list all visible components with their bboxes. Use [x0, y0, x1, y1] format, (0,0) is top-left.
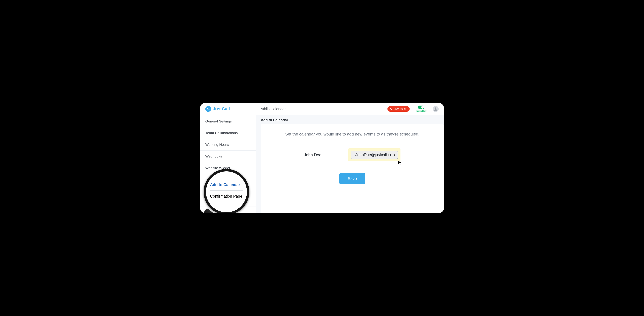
sidebar-item-website-widget[interactable]: Website Widget [200, 162, 256, 174]
sidebar-spacer [200, 174, 256, 183]
save-button[interactable]: Save [339, 173, 366, 184]
sidebar-item-confirmation-page[interactable]: Confirmation Page [200, 195, 256, 207]
sidebar-item-team-collaborations[interactable]: Team Collaborations [200, 127, 256, 139]
card-description: Set the calendar you would like to add n… [271, 132, 434, 136]
brand-icon [205, 106, 211, 112]
avatar[interactable] [432, 106, 439, 112]
page-title: Public Calendar [260, 107, 384, 111]
app-window: JustCall Public Calendar Open Dialer Ava… [200, 103, 444, 213]
calendar-select[interactable]: JohnDoe@justcall.io [351, 151, 398, 159]
status-column: Available [416, 106, 426, 112]
calendar-select-value: JohnDoe@justcall.io [355, 152, 391, 157]
brand: JustCall [205, 106, 256, 112]
section-title: Add to Calendar [256, 115, 444, 124]
user-name-label: John Doe [304, 152, 322, 157]
header-right: Open Dialer Available [388, 106, 439, 112]
stepper-icon: ▲▼ [394, 154, 396, 156]
sidebar-item-webhooks[interactable]: Webhooks [200, 150, 256, 162]
status-badge: Available [416, 110, 426, 112]
open-dialer-button[interactable]: Open Dialer [388, 106, 410, 112]
body: General Settings Team Collaborations Wor… [200, 115, 444, 213]
svg-point-0 [435, 108, 436, 109]
phone-icon [390, 108, 392, 110]
form-row: John Doe JohnDoe@justcall.io ▲▼ [271, 148, 434, 162]
cursor-pointer-icon [398, 160, 402, 165]
save-row: Save [271, 173, 434, 184]
sidebar-item-working-hours[interactable]: Working Hours [200, 139, 256, 150]
sidebar-item-add-to-calendar[interactable]: Add to Calendar [200, 183, 256, 195]
sidebar: General Settings Team Collaborations Wor… [200, 115, 256, 213]
card: Set the calendar you would like to add n… [261, 124, 444, 213]
user-icon [434, 107, 438, 111]
calendar-select-highlight: JohnDoe@justcall.io ▲▼ [348, 148, 400, 162]
main: Add to Calendar Set the calendar you wou… [256, 115, 444, 213]
dialer-label: Open Dialer [394, 108, 406, 110]
availability-toggle[interactable] [418, 106, 424, 109]
sidebar-item-general-settings[interactable]: General Settings [200, 116, 256, 127]
brand-name: JustCall [213, 106, 230, 112]
header: JustCall Public Calendar Open Dialer Ava… [200, 103, 444, 115]
